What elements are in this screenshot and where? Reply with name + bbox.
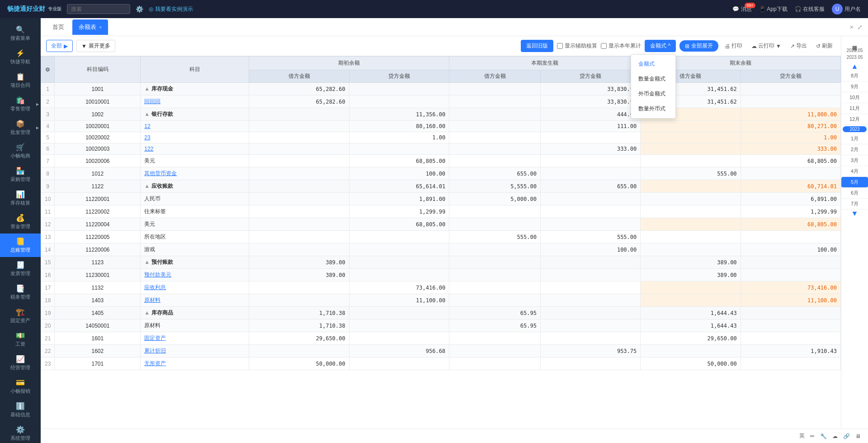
- table-row: 1405: [55, 307, 141, 319]
- table-row[interactable]: 累计折旧: [141, 345, 249, 357]
- mode-option-qty-amount[interactable]: 数量金额式: [631, 71, 675, 86]
- mode-button[interactable]: 金额式 ^: [645, 40, 676, 52]
- tab-home[interactable]: 首页: [46, 19, 71, 35]
- period-item-12[interactable]: 12月: [841, 114, 868, 125]
- status-cloud-btn[interactable]: ☁: [832, 433, 838, 439]
- user-avatar[interactable]: U 用户名: [832, 4, 861, 14]
- sidebar-item-operations[interactable]: 📈 经营管理: [0, 351, 41, 375]
- all-filter-button[interactable]: 全部 ▶: [46, 40, 73, 52]
- sidebar-item-funds[interactable]: 💰 资金管理: [0, 210, 41, 233]
- header-search-input[interactable]: [67, 4, 130, 14]
- period-item-3[interactable]: 3月: [841, 155, 868, 166]
- table-row: [641, 193, 741, 205]
- search-icon: 🔍: [16, 25, 25, 34]
- tab-balance[interactable]: 余额表 ×: [72, 19, 108, 35]
- sidebar-item-ecommerce[interactable]: 🛒 小畅电商: [0, 139, 41, 163]
- tabs-right: × ⤢: [850, 24, 863, 31]
- period-item-11[interactable]: 11月: [841, 103, 868, 114]
- window-maximize-icon[interactable]: ⤢: [857, 24, 863, 31]
- sidebar-item-quicknav[interactable]: ⚡ 快捷导航: [0, 45, 41, 69]
- expand-icon: ▼: [81, 43, 87, 49]
- print-button[interactable]: 🖨 打印: [722, 40, 745, 52]
- auxiliary-checkbox-input[interactable]: [557, 43, 563, 49]
- sidebar-item-salary[interactable]: 💵 工资: [0, 328, 41, 351]
- sidebar-item-base[interactable]: ℹ️ 基础信息: [0, 398, 41, 422]
- sidebar-item-search[interactable]: 🔍 搜索菜单: [0, 22, 41, 45]
- expand-more-button[interactable]: ▼ 展开更多: [76, 40, 115, 52]
- sidebar-item-inventory[interactable]: 📊 库存核算: [0, 186, 41, 210]
- table-row: 11220005: [55, 231, 141, 243]
- table-row: [540, 167, 640, 180]
- app-download-button[interactable]: 📱 App下载: [759, 5, 788, 13]
- period-item-9[interactable]: 9月: [841, 81, 868, 92]
- period-item-1[interactable]: 1月: [841, 133, 868, 144]
- status-edit-btn[interactable]: ✏: [810, 433, 815, 439]
- table-row[interactable]: 原材料: [141, 294, 249, 307]
- period-item-10[interactable]: 10月: [841, 92, 868, 103]
- show-auxiliary-checkbox[interactable]: 显示辅助核算: [557, 42, 597, 50]
- period-item-7[interactable]: 7月: [841, 199, 868, 210]
- table-row[interactable]: 应收利息: [141, 281, 249, 294]
- period-item-5[interactable]: 5月: [841, 177, 868, 188]
- period-item-2[interactable]: 2月: [841, 144, 868, 155]
- online-service-button[interactable]: 🎧 在线客服: [795, 5, 825, 13]
- table-row: 1122: [55, 180, 141, 193]
- back-to-old-button[interactable]: 返回旧版: [521, 40, 553, 52]
- export-button[interactable]: ↗ 导出: [788, 40, 810, 52]
- table-row[interactable]: 122: [141, 143, 249, 155]
- settings-icon[interactable]: ⚙️: [136, 5, 143, 13]
- table-row[interactable]: 12: [141, 121, 249, 132]
- sidebar-item-assets[interactable]: 🏗️ 固定资产: [0, 304, 41, 328]
- table-row: 1,299.99: [349, 205, 449, 218]
- tab-close-icon[interactable]: ×: [99, 24, 102, 30]
- mode-option-qty-foreign[interactable]: 数量外币式: [631, 101, 675, 116]
- sidebar-item-tax[interactable]: 📑 税务管理: [0, 281, 41, 304]
- period-title[interactable]: 期间选择: [849, 40, 860, 43]
- table-row: [449, 281, 541, 294]
- refresh-button[interactable]: ↺ 刷新: [813, 40, 835, 52]
- table-row: 956.68: [349, 345, 449, 357]
- table-settings-icon[interactable]: ⚙: [41, 57, 55, 83]
- table-row: [349, 256, 449, 269]
- table-row: [540, 256, 640, 269]
- table-row[interactable]: 预付款美元: [141, 269, 249, 281]
- period-item-8[interactable]: 8月: [841, 71, 868, 81]
- sidebar-item-ledger[interactable]: 📒 总账管理: [0, 233, 41, 257]
- period-item-6[interactable]: 6月: [841, 188, 868, 199]
- sidebar-item-invoice[interactable]: 🧾 发票管理: [0, 257, 41, 281]
- table-row[interactable]: 固定资产: [141, 332, 249, 345]
- message-button[interactable]: 💬 消息 99+: [732, 5, 751, 13]
- table-row: [741, 307, 840, 319]
- status-lang-btn[interactable]: 英: [799, 432, 805, 440]
- mode-option-amount[interactable]: 金额式: [631, 57, 675, 71]
- period-prev-icon[interactable]: ▲: [851, 62, 859, 71]
- sidebar-item-project[interactable]: 📋 项目合同: [0, 69, 41, 92]
- table-row: [249, 155, 349, 167]
- period-next-icon[interactable]: ▼: [851, 210, 859, 218]
- sidebar-item-system[interactable]: ⚙️ 系统管理: [0, 422, 41, 443]
- status-settings-btn[interactable]: 🔧: [820, 433, 827, 439]
- col-header-opening-debit: 借方金额: [249, 70, 349, 83]
- table-row: 16: [41, 269, 55, 281]
- sidebar-item-retail[interactable]: 🛍️ 零售管理: [0, 92, 41, 116]
- period-item-4[interactable]: 4月: [841, 166, 868, 177]
- mode-option-foreign-amount[interactable]: 外币金额式: [631, 86, 675, 101]
- all-nav-icon: ▶: [64, 43, 68, 49]
- sidebar-item-purchase[interactable]: 🏪 采购管理: [0, 163, 41, 186]
- status-screen-btn[interactable]: 🖥: [855, 433, 861, 439]
- table-row[interactable]: 无形资产: [141, 357, 249, 370]
- status-link-btn[interactable]: 🔗: [843, 433, 850, 439]
- demo-link[interactable]: ◎ 我要看实例演示: [149, 5, 193, 13]
- show-ytd-checkbox[interactable]: 显示本年累计: [601, 42, 641, 50]
- ytd-checkbox-input[interactable]: [601, 43, 607, 49]
- cloud-print-button[interactable]: ☁ 云打印 ▼: [749, 40, 784, 52]
- table-row: 1,710.38: [249, 319, 349, 332]
- window-close-icon[interactable]: ×: [850, 24, 854, 31]
- expand-all-toggle[interactable]: ⊞ 全部展开: [679, 40, 718, 52]
- table-row: 11: [41, 205, 55, 218]
- table-row[interactable]: 其他货币资金: [141, 167, 249, 180]
- table-row[interactable]: 回回回: [141, 95, 249, 108]
- sidebar-item-expense[interactable]: 💳 小畅报销: [0, 375, 41, 398]
- sidebar-item-wholesale[interactable]: 📦 批发管理: [0, 116, 41, 139]
- table-row[interactable]: 23: [141, 132, 249, 143]
